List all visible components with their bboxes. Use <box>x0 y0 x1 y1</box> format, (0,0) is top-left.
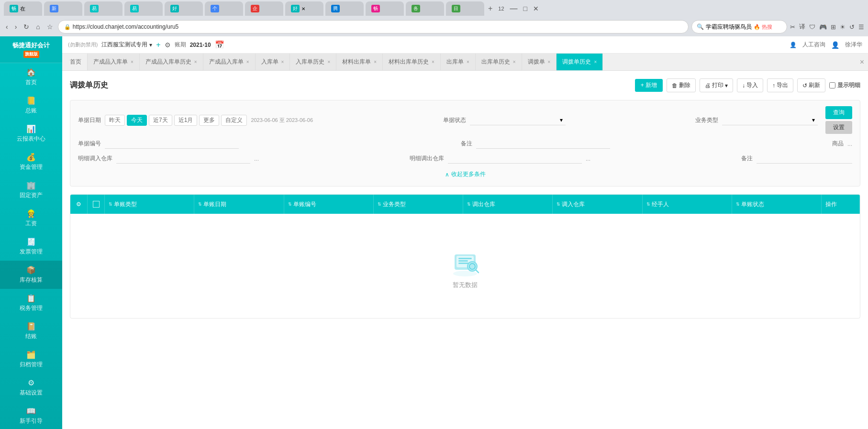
th-biztype[interactable]: ⇅ 业务类型 <box>374 195 463 214</box>
date-btn-yesterday[interactable]: 昨天 <box>105 115 125 126</box>
browser-tab-12[interactable]: 目 <box>446 1 484 16</box>
browser-tab-6[interactable]: 个 <box>205 1 243 16</box>
sidebar-item-ledger[interactable]: 📒 总账 <box>0 91 62 120</box>
detail-in-ellipsis-button[interactable]: ... <box>254 155 259 162</box>
maximize-button[interactable]: □ <box>523 5 527 12</box>
th-docno[interactable]: ⇅ 单账编号 <box>284 195 374 214</box>
tab-material-out-history[interactable]: 材料出库单历史 × <box>383 54 441 71</box>
sidebar-item-guide[interactable]: 📖 新手引导 <box>0 402 62 429</box>
sidebar-item-assets[interactable]: 🏢 固定资产 <box>0 176 62 204</box>
sidebar-item-settings[interactable]: ⚙ 基础设置 <box>0 374 62 402</box>
gamepad-icon[interactable]: 🎮 <box>819 23 827 31</box>
cut-icon[interactable]: ✂ <box>790 23 795 31</box>
tab-out-close[interactable]: × <box>467 59 469 65</box>
grid-icon[interactable]: ⊞ <box>831 23 836 31</box>
add-company-button[interactable]: + <box>156 41 160 49</box>
gear-icon[interactable]: ⚙ <box>165 41 171 49</box>
tab-product-in-2-close[interactable]: × <box>246 59 249 65</box>
menu-icon[interactable]: ☰ <box>858 23 864 31</box>
tab-receipt-history-close[interactable]: × <box>327 59 330 65</box>
display-toggle[interactable]: 显示明细 <box>829 81 860 89</box>
browser-tab-7[interactable]: 企 <box>245 1 283 16</box>
forward-button[interactable]: › <box>13 21 19 33</box>
undo-icon[interactable]: ↺ <box>849 23 855 31</box>
minimize-button[interactable]: — <box>510 4 518 13</box>
detail-out-ellipsis-button[interactable]: ... <box>586 155 590 162</box>
biztype-select[interactable]: ▾ <box>722 115 818 125</box>
sidebar-item-inventory[interactable]: 📦 库存核算 <box>0 261 62 289</box>
import-button[interactable]: ↓ 导入 <box>737 78 763 92</box>
detail-out-input[interactable] <box>448 154 582 164</box>
query-button[interactable]: 查询 <box>825 106 852 119</box>
th-doctype[interactable]: ⇅ 单账类型 <box>105 195 194 214</box>
browser-tab-1[interactable]: 畅 在 <box>4 1 42 16</box>
tab-receipt[interactable]: 入库单 × <box>256 54 290 71</box>
date-btn-today[interactable]: 今天 <box>127 115 147 126</box>
collapse-button[interactable]: ∧ 收起更多条件 <box>443 168 488 180</box>
tab-product-in-2[interactable]: 产成品入库单 × <box>203 54 256 71</box>
back-button[interactable]: ‹ <box>4 21 10 33</box>
date-btn-1month[interactable]: 近1月 <box>174 115 198 126</box>
goods-ellipsis-button[interactable]: ... <box>847 141 852 147</box>
consultant-label[interactable]: 人工咨询 <box>802 41 825 49</box>
sun-icon[interactable]: ☀ <box>840 23 846 31</box>
translate-icon[interactable]: 译 <box>799 22 805 31</box>
tab-transfer-history[interactable]: 调拨单历史 × <box>556 54 603 71</box>
browser-tab-5[interactable]: 好 <box>165 1 203 16</box>
home-nav-button[interactable]: ⌂ <box>34 21 42 33</box>
star-button[interactable]: ☆ <box>45 21 55 33</box>
tab-material-out-close[interactable]: × <box>374 59 377 65</box>
sidebar-item-reports[interactable]: 📊 云报表中心 <box>0 120 62 148</box>
close-all-tabs-button[interactable]: × <box>856 58 868 66</box>
tab-receipt-close[interactable]: × <box>281 59 284 65</box>
calendar-icon[interactable]: 📅 <box>215 40 224 49</box>
date-btn-7days[interactable]: 近7天 <box>149 115 172 126</box>
tab-out-history-close[interactable]: × <box>513 59 516 65</box>
th-status[interactable]: ⇅ 单账状态 <box>732 195 822 214</box>
sidebar-item-invoice[interactable]: 🧾 发票管理 <box>0 232 62 261</box>
th-in-warehouse[interactable]: ⇅ 调入仓库 <box>553 195 642 214</box>
company-selector[interactable]: 江西服宝测试专用 ▾ <box>101 41 152 49</box>
tab-product-in-history[interactable]: 产成品入库单历史 × <box>140 54 203 71</box>
tab-receipt-history[interactable]: 入库单历史 × <box>290 54 336 71</box>
sidebar-item-close[interactable]: 📔 结账 <box>0 317 62 345</box>
remark2-input[interactable] <box>757 154 852 164</box>
tab-out-history[interactable]: 出库单历史 × <box>476 54 522 71</box>
refresh-button[interactable]: ↺ 刷新 <box>797 78 825 92</box>
detail-in-input[interactable] <box>116 154 250 164</box>
browser-tab-10[interactable]: 畅 <box>366 1 404 16</box>
browser-tab-8[interactable]: 好 ✕ <box>285 1 323 16</box>
browser-tab-9[interactable]: 腾 <box>325 1 364 16</box>
tab-home[interactable]: 首页 <box>64 54 88 71</box>
tab-product-in-history-close[interactable]: × <box>194 59 197 65</box>
export-button[interactable]: ↑ 导出 <box>767 78 793 92</box>
sidebar-item-home[interactable]: 🏠 首页 <box>0 63 62 91</box>
close-button[interactable]: ✕ <box>533 5 539 12</box>
th-docdate[interactable]: ⇅ 单账日期 <box>194 195 284 214</box>
search-bar[interactable]: 🔍 学霸应聘场驱鸟员 🔥 热搜 <box>691 20 787 33</box>
status-select[interactable]: ▾ <box>470 115 566 125</box>
settings-filter-button[interactable]: 设置 <box>825 121 852 134</box>
user-name[interactable]: 徐泽华 <box>845 41 862 49</box>
browser-tab-4[interactable]: 易 <box>124 1 163 16</box>
tab-transfer-history-close[interactable]: × <box>594 59 597 65</box>
browser-tab-3[interactable]: 易 <box>84 1 122 16</box>
delete-button[interactable]: 🗑 删除 <box>667 78 696 92</box>
tab-transfer-close[interactable]: × <box>548 59 551 65</box>
tab-transfer[interactable]: 调拨单 × <box>522 54 557 71</box>
browser-tab-11[interactable]: 各 <box>406 1 444 16</box>
tab-material-out[interactable]: 材料出库单 × <box>336 54 383 71</box>
browser-tab-2[interactable]: 新 <box>44 1 82 16</box>
tab-out[interactable]: 出库单 × <box>441 54 476 71</box>
address-bar[interactable]: 🔒 https://cloud.chanjet.com/accounting/u… <box>58 20 689 33</box>
refresh-nav-button[interactable]: ↻ <box>22 21 31 33</box>
tab-product-in[interactable]: 产成品入库单 × <box>88 54 140 71</box>
sidebar-item-archive[interactable]: 🗂️ 归档管理 <box>0 345 62 374</box>
sidebar-item-tax[interactable]: 📋 税务管理 <box>0 289 62 317</box>
remark-input[interactable] <box>476 139 610 149</box>
th-gear[interactable]: ⚙ <box>70 195 88 214</box>
sidebar-item-salary[interactable]: 👷 工资 <box>0 204 62 232</box>
print-button[interactable]: 🖨 打印 ▾ <box>700 78 733 92</box>
th-checkbox[interactable] <box>88 195 105 214</box>
tab-product-in-close[interactable]: × <box>131 59 134 65</box>
